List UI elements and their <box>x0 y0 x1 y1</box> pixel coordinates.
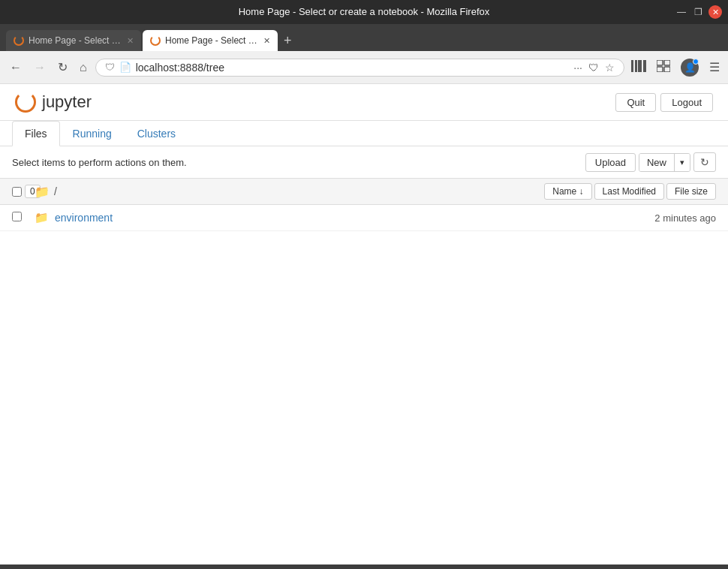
window-controls: — ❐ ✕ <box>675 5 722 19</box>
file-name-link[interactable]: environment <box>55 212 113 224</box>
file-list: 📁 environment 2 minutes ago <box>0 205 728 231</box>
minimize-button[interactable]: — <box>675 6 687 18</box>
tab-title-2: Home Page - Select or cr <box>165 35 259 46</box>
file-toolbar: Select items to perform actions on them.… <box>0 146 728 178</box>
svg-rect-6 <box>657 67 663 72</box>
tab-loading-spinner-1 <box>14 35 24 46</box>
file-modified-time: 2 minutes ago <box>654 212 716 224</box>
logout-button[interactable]: Logout <box>660 93 713 112</box>
profile-avatar: 👤 <box>681 59 699 77</box>
new-main-button[interactable]: New <box>639 154 675 171</box>
jupyter-logo-text: jupyter <box>42 92 92 112</box>
menu-button[interactable]: ☰ <box>707 58 722 77</box>
jupyter-page: jupyter Quit Logout Files Running Cluste… <box>0 84 728 564</box>
restore-button[interactable]: ❐ <box>692 6 704 18</box>
svg-rect-2 <box>638 60 642 72</box>
tab-loading-spinner-2 <box>150 35 161 46</box>
reload-button[interactable]: ↻ <box>54 57 71 77</box>
upload-button[interactable]: Upload <box>585 153 636 172</box>
select-info-text: Select items to perform actions on them. <box>12 157 187 168</box>
browser-titlebar: Home Page - Select or create a notebook … <box>0 0 728 24</box>
svg-rect-0 <box>631 60 633 72</box>
table-row: 📁 environment 2 minutes ago <box>0 205 728 231</box>
new-caret-button[interactable]: ▾ <box>675 154 690 171</box>
jupyter-spinner <box>15 92 36 113</box>
pocket-icon[interactable]: 🛡 <box>588 62 599 74</box>
refresh-button[interactable]: ↻ <box>693 152 716 172</box>
file-list-header: 0 ▾ 📁 / Name ↓ Last Modified File size <box>0 178 728 205</box>
tab-bar: Home Page - Select or cr ✕ Home Page - S… <box>0 24 728 51</box>
bookmark-icon[interactable]: ☆ <box>605 62 615 74</box>
sort-size-button[interactable]: File size <box>666 183 716 200</box>
forward-button[interactable]: → <box>30 58 50 77</box>
address-input[interactable] <box>136 62 570 74</box>
new-dropdown: New ▾ <box>639 153 690 172</box>
tab-files-label: Files <box>25 128 47 140</box>
svg-rect-7 <box>664 67 670 72</box>
home-button[interactable]: ⌂ <box>76 58 91 77</box>
breadcrumb-area: 📁 / <box>35 185 544 199</box>
toolbar-right: Upload New ▾ ↻ <box>585 152 716 172</box>
breadcrumb-slash: / <box>54 185 57 197</box>
sort-name-button[interactable]: Name ↓ <box>544 183 591 200</box>
security-icon: 🛡 <box>105 62 115 73</box>
quit-button[interactable]: Quit <box>615 93 656 112</box>
folder-item-icon: 📁 <box>35 211 49 224</box>
select-all-checkbox[interactable] <box>12 187 22 197</box>
tab-files[interactable]: Files <box>12 121 60 146</box>
svg-rect-3 <box>643 60 646 72</box>
browser-tab-1[interactable]: Home Page - Select or cr ✕ <box>6 30 141 51</box>
address-input-wrap: 🛡 📄 ··· 🛡 ☆ <box>95 59 624 77</box>
new-tab-button[interactable]: + <box>279 30 296 51</box>
svg-rect-5 <box>664 60 670 65</box>
container-icon[interactable] <box>654 58 672 77</box>
row-checkbox-wrap <box>12 212 35 224</box>
browser-icons-right: 👤 ☰ <box>629 56 722 79</box>
folder-icon: 📁 <box>35 185 50 199</box>
svg-rect-4 <box>657 60 663 65</box>
page-icon: 📄 <box>119 62 131 73</box>
svg-rect-1 <box>635 60 637 72</box>
tab-clusters[interactable]: Clusters <box>125 121 188 146</box>
row-checkbox[interactable] <box>12 212 22 221</box>
profile-button[interactable]: 👤 <box>678 56 701 79</box>
library-icon[interactable] <box>629 58 648 77</box>
bottom-statusbar <box>0 564 728 569</box>
sort-modified-button[interactable]: Last Modified <box>594 183 664 200</box>
jupyter-tabs: Files Running Clusters <box>0 121 728 146</box>
check-col: 0 ▾ <box>12 185 35 198</box>
browser-tab-2[interactable]: Home Page - Select or cr ✕ <box>143 30 278 51</box>
more-icon[interactable]: ··· <box>573 62 582 74</box>
profile-notification-dot <box>693 59 699 65</box>
tab-running-label: Running <box>73 128 112 140</box>
address-bar: ← → ↻ ⌂ 🛡 📄 ··· 🛡 ☆ 👤 ☰ <box>0 51 728 84</box>
address-extra-icons: ··· 🛡 ☆ <box>573 62 615 74</box>
tab-title-1: Home Page - Select or cr <box>29 35 122 46</box>
jupyter-header-buttons: Quit Logout <box>615 93 713 112</box>
tab-clusters-label: Clusters <box>137 128 176 140</box>
browser-title: Home Page - Select or create a notebook … <box>239 6 490 17</box>
back-button[interactable]: ← <box>6 58 26 77</box>
sort-buttons: Name ↓ Last Modified File size <box>544 183 716 200</box>
jupyter-logo: jupyter <box>15 92 92 113</box>
tab-close-1[interactable]: ✕ <box>127 36 134 46</box>
close-button[interactable]: ✕ <box>708 5 722 19</box>
tab-close-2[interactable]: ✕ <box>263 36 270 46</box>
jupyter-header: jupyter Quit Logout <box>0 84 728 121</box>
tab-running[interactable]: Running <box>60 121 125 146</box>
